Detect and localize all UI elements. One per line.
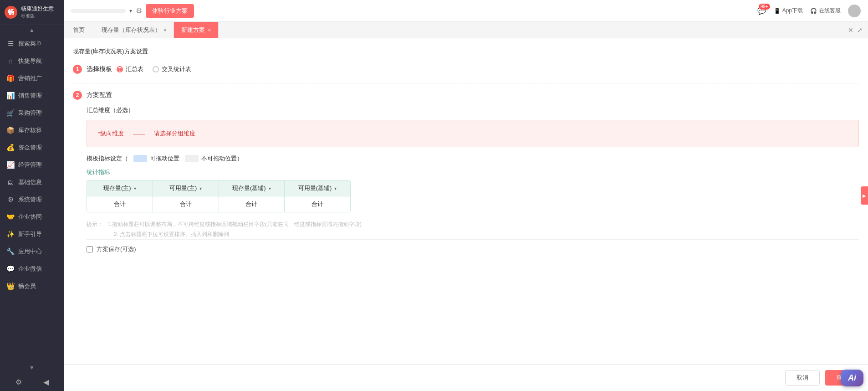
close-window-icon[interactable]: ✕ <box>848 26 853 34</box>
tab-home-label: 首页 <box>73 26 85 34</box>
radio-cross-table[interactable]: 交叉统计表 <box>153 65 191 73</box>
ai-float-button[interactable]: Ai <box>841 370 863 386</box>
hint-1: 1.拖动标题栏可以调整布局，不可跨维度或指标区域拖动栏目字段(只能在同一维度或指… <box>107 221 362 227</box>
movable-indicator: 可拖动位置 <box>133 154 179 163</box>
stats-label: 统计指标 <box>87 168 859 176</box>
sidebar-item-operations[interactable]: 📈 经营管理 <box>0 156 64 174</box>
settings-icon[interactable]: ⚙ <box>15 378 22 386</box>
tab-inventory-status[interactable]: 现存量（库存状况表） × <box>94 22 174 38</box>
sidebar-logo: 畅 畅康通好生意 标准版 <box>0 0 64 25</box>
message-icon[interactable]: 💬 99+ <box>757 6 766 15</box>
dimension-required-label: *纵向维度 <box>98 129 124 138</box>
expand-window-icon[interactable]: ⤢ <box>857 26 863 34</box>
col-header-stock-aux[interactable]: 现存量(基辅) ▾ <box>219 180 285 196</box>
sidebar-item-appcenter[interactable]: 🔧 应用中心 <box>0 243 64 260</box>
sidebar-item-sales[interactable]: 📊 销售管理 <box>0 87 64 104</box>
step2-number: 2 <box>73 91 82 100</box>
tab-inventory-status-label: 现存量（库存状况表） <box>102 26 161 34</box>
cart-icon: 🛒 <box>6 109 15 117</box>
sidebar-item-quicknav[interactable]: ⌂ 快捷导航 <box>0 52 64 70</box>
sidebar-item-purchase-label: 采购管理 <box>18 109 42 117</box>
step2-section: 2 方案配置 汇总维度（必选） *纵向维度 —— 请选择分组维度 模板指标设定（… <box>73 91 859 259</box>
sidebar-item-system-label: 系统管理 <box>18 196 42 204</box>
col-header-available-aux[interactable]: 可用量(基辅) ▾ <box>285 180 350 196</box>
tab-new-plan-close-icon[interactable]: × <box>208 27 210 33</box>
dimension-dash: —— <box>133 130 145 137</box>
sidebar-item-purchase[interactable]: 🛒 采购管理 <box>0 104 64 122</box>
sidebar-item-basic[interactable]: 🗂 基础信息 <box>0 174 64 191</box>
topbar-right: 💬 99+ 📱 App下载 🎧 在线客服 <box>757 5 861 17</box>
sidebar-item-newguide-label: 新手引导 <box>18 230 42 238</box>
industry-btn[interactable]: 体验行业方案 <box>146 4 194 18</box>
step1-number: 1 <box>73 65 82 74</box>
app-download-btn[interactable]: 📱 App下载 <box>774 7 803 15</box>
gift-icon: 🎁 <box>6 74 15 82</box>
save-checkbox[interactable] <box>87 246 93 252</box>
sidebar-item-system[interactable]: ⚙ 系统管理 <box>0 191 64 208</box>
sidebar-item-inventory[interactable]: 📦 库存核算 <box>0 122 64 139</box>
stats-table-header: 现存量(主) ▾ 可用量(主) ▾ 现存量(基辅) ▾ <box>87 180 350 196</box>
save-option-label: 方案保存(可选) <box>97 245 136 253</box>
sidebar-nav: ☰ 搜索菜单 ⌂ 快捷导航 🎁 营销推广 📊 销售管理 🛒 采购管理 📦 库存核… <box>0 35 64 363</box>
topbar-search-box <box>71 9 126 13</box>
search-menu-icon: ☰ <box>6 40 15 48</box>
sidebar-item-enterprise[interactable]: 🤝 企业协同 <box>0 208 64 226</box>
topbar: ▾ ⚙ 体验行业方案 💬 99+ 📱 App下载 🎧 在线客服 <box>64 0 868 22</box>
hint-2: 2. 点击标题栏下拉可设置排序、插入列和删除列 <box>114 231 229 237</box>
sidebar-item-sales-label: 销售管理 <box>18 92 42 100</box>
sidebar-item-finance-label: 资金管理 <box>18 144 42 152</box>
sidebar-item-marketing-label: 营销推广 <box>18 74 42 82</box>
online-service-btn[interactable]: 🎧 在线客服 <box>810 7 841 15</box>
page-title: 现存量(库存状况表)方案设置 <box>73 47 859 56</box>
step1-header: 1 选择模板 汇总表 交叉统计表 <box>73 65 859 74</box>
tab-inventory-close-icon[interactable]: × <box>163 27 166 33</box>
topbar-settings-icon[interactable]: ⚙ <box>136 6 142 15</box>
radio-summary-table[interactable]: 汇总表 <box>117 65 143 73</box>
sidebar-item-wechat-label: 企业微信 <box>18 265 42 273</box>
sidebar-item-basic-label: 基础信息 <box>18 178 42 186</box>
sidebar-item-enterprise-label: 企业协同 <box>18 213 42 221</box>
right-expand-arrow[interactable]: ▶ <box>861 186 868 205</box>
radio-cross-label: 交叉统计表 <box>162 65 191 73</box>
tab-new-plan[interactable]: 新建方案 × <box>174 22 218 38</box>
col-header-stock-main[interactable]: 现存量(主) ▾ <box>87 180 153 196</box>
app-name-block: 畅康通好生意 标准版 <box>21 5 54 19</box>
sidebar-item-finance[interactable]: 💰 资金管理 <box>0 139 64 156</box>
step1-section: 1 选择模板 汇总表 交叉统计表 <box>73 65 859 74</box>
message-badge: 99+ <box>759 4 770 10</box>
sidebar-scroll-down[interactable]: ▼ <box>0 363 64 373</box>
stats-table: 现存量(主) ▾ 可用量(主) ▾ 现存量(基辅) ▾ <box>87 180 351 212</box>
sidebar-scroll-up[interactable]: ▲ <box>0 25 64 35</box>
expand-arrow-icon: ▶ <box>863 193 866 198</box>
tab-window-controls: ✕ ⤢ <box>842 26 868 34</box>
sidebar-item-search[interactable]: ☰ 搜索菜单 <box>0 35 64 52</box>
user-avatar[interactable] <box>848 5 861 17</box>
wechat-icon: 💬 <box>6 265 15 273</box>
hint-prefix: 提示： <box>87 221 106 227</box>
star-icon: ✨ <box>6 230 15 238</box>
box-icon: 📦 <box>6 126 15 134</box>
summary-dimension-label: 汇总维度（必选） <box>87 106 859 114</box>
cancel-button[interactable]: 取消 <box>785 370 820 386</box>
crown-icon: 👑 <box>6 282 15 290</box>
collapse-icon[interactable]: ◀ <box>43 378 49 386</box>
sidebar-item-member[interactable]: 👑 畅会员 <box>0 278 64 295</box>
tool-icon: 🔧 <box>6 247 15 256</box>
stats-section: 统计指标 现存量(主) ▾ 可用量(主) ▾ <box>87 168 859 212</box>
step2-header: 2 方案配置 <box>73 91 859 100</box>
topbar-dropdown-icon[interactable]: ▾ <box>129 8 132 14</box>
sidebar-item-marketing[interactable]: 🎁 营销推广 <box>0 70 64 87</box>
sidebar-item-newguide[interactable]: ✨ 新手引导 <box>0 226 64 243</box>
tab-home[interactable]: 首页 <box>64 22 94 38</box>
home-icon: ⌂ <box>6 57 15 65</box>
sidebar-item-wechat[interactable]: 💬 企业微信 <box>0 260 64 278</box>
bottom-bar: 取消 查询 <box>64 364 868 391</box>
dimension-placeholder-text[interactable]: 请选择分组维度 <box>154 129 195 138</box>
sidebar-item-search-label: 搜索菜单 <box>18 40 42 48</box>
money-icon: 💰 <box>6 144 15 152</box>
cell-available-main: 合计 <box>153 196 219 212</box>
chart-icon: 📊 <box>6 92 15 100</box>
unmovable-box <box>185 155 199 162</box>
phone-icon: 📱 <box>774 8 781 14</box>
col-header-available-main[interactable]: 可用量(主) ▾ <box>153 180 219 196</box>
